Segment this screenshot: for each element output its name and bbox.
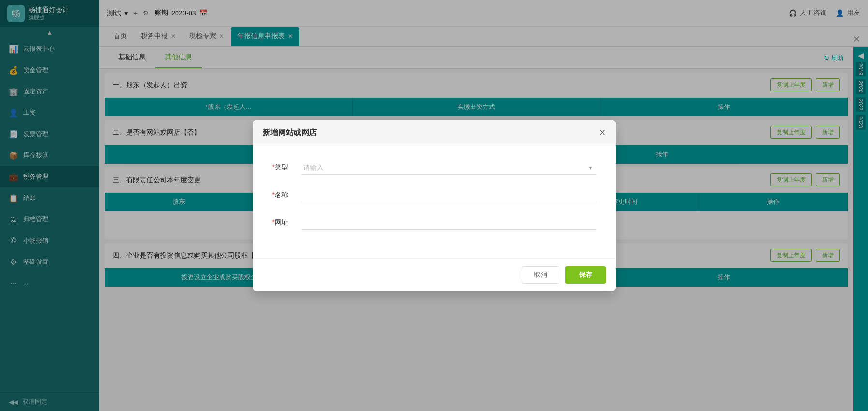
modal-title: 新增网站或网店 <box>263 128 317 138</box>
save-button[interactable]: 保存 <box>565 266 606 284</box>
modal-close-button[interactable]: ✕ <box>599 128 606 137</box>
modal-body: *类型▾*名称*网址 <box>253 146 616 258</box>
chevron-down-icon: ▾ <box>589 164 592 171</box>
form-label-url: *网址 <box>272 218 301 227</box>
form-field-type: *类型▾ <box>272 161 596 175</box>
form-label-type: *类型 <box>272 163 301 172</box>
modal-overlay: 新增网站或网店 ✕ *类型▾*名称*网址 取消 保存 <box>0 0 868 411</box>
form-input-name[interactable] <box>301 188 596 202</box>
modal-footer: 取消 保存 <box>253 258 616 291</box>
form-field-name: *名称 <box>272 188 596 202</box>
cancel-button[interactable]: 取消 <box>522 266 559 284</box>
form-input-wrap-name <box>301 188 596 202</box>
form-field-url: *网址 <box>272 216 596 230</box>
form-input-url[interactable] <box>301 216 596 230</box>
form-input-wrap-type: ▾ <box>301 161 596 175</box>
form-input-type[interactable] <box>301 161 596 175</box>
modal-header: 新增网站或网店 ✕ <box>253 120 616 146</box>
form-label-name: *名称 <box>272 191 301 199</box>
modal: 新增网站或网店 ✕ *类型▾*名称*网址 取消 保存 <box>253 120 616 291</box>
form-input-wrap-url <box>301 216 596 230</box>
